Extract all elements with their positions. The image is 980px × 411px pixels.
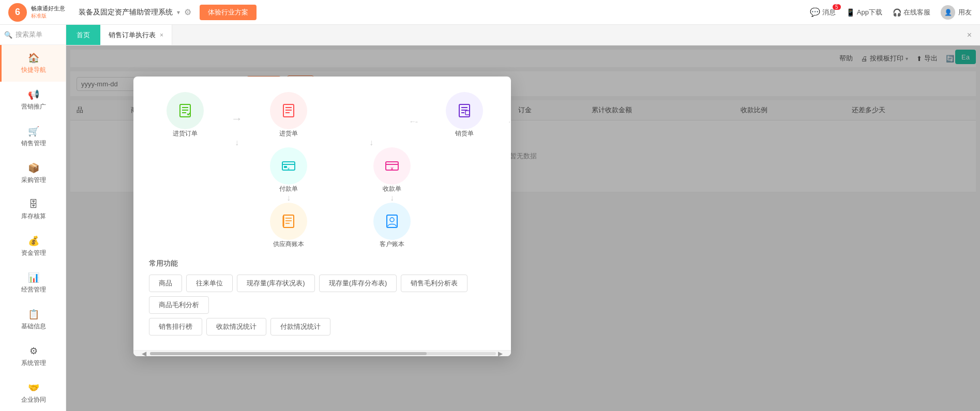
scroll-left-arrow[interactable]: ◀ bbox=[142, 350, 150, 357]
receipt-bill-label: 收款单 bbox=[383, 185, 401, 193]
sidebar-item-quick-nav[interactable]: 🏠 快捷导航 bbox=[0, 45, 66, 82]
common-funcs-title: 常用功能 bbox=[149, 259, 495, 268]
tab-content: 帮助 🖨 按模板打印 ▾ ⬆ 导出 🔄 bbox=[66, 45, 980, 411]
avatar: 👤 bbox=[941, 5, 955, 20]
supplier-ledger-label: 供应商账本 bbox=[273, 240, 304, 249]
sidebar-item-label-basic: 基础信息 bbox=[21, 322, 46, 331]
purchase-bill-icon bbox=[270, 92, 307, 129]
scroll-thumb[interactable] bbox=[150, 352, 427, 355]
tab-sales-order[interactable]: 销售订单执行表 × bbox=[100, 25, 172, 45]
sidebar-item-label-sales: 销售管理 bbox=[21, 139, 46, 148]
quick-nav-icon: 🏠 bbox=[28, 52, 39, 64]
purchase-bill-label: 进货单 bbox=[279, 129, 298, 138]
trial-btn[interactable]: 体验行业方案 bbox=[200, 5, 257, 20]
arrow-down-purchase: ↓ bbox=[221, 138, 252, 147]
sidebar-item-purchase[interactable]: 📦 采购管理 bbox=[0, 155, 66, 192]
node-payment-bill[interactable]: ¥ 付款单 bbox=[252, 147, 325, 193]
svg-rect-19 bbox=[284, 166, 287, 168]
func-buttons-row-2: 销售排行榜 收款情况统计 付款情况统计 bbox=[149, 318, 495, 336]
func-btn-sales-margin[interactable]: 销售毛利分析表 bbox=[401, 275, 468, 292]
online-service-btn[interactable]: 🎧 在线客服 bbox=[893, 8, 930, 17]
sidebar-item-label-inventory: 库存核算 bbox=[21, 212, 46, 221]
logo-icon: 6 bbox=[8, 3, 27, 22]
arrow-down-receipt: ↓ bbox=[356, 193, 428, 203]
func-btn-product-margin[interactable]: 商品毛利分析 bbox=[149, 296, 209, 314]
purchase-order-label: 进货订单 bbox=[173, 129, 198, 138]
sidebar-item-label-finance: 资金管理 bbox=[21, 249, 46, 257]
modal-scrollbar: ◀ ▶ bbox=[133, 350, 511, 356]
customer-ledger-label: 客户账本 bbox=[380, 240, 404, 249]
system-icon: ⚙ bbox=[29, 345, 38, 357]
user-menu[interactable]: 👤 用友 bbox=[941, 5, 972, 20]
scroll-right-arrow[interactable]: ▶ bbox=[498, 350, 503, 357]
svg-rect-25 bbox=[282, 216, 284, 226]
sidebar-item-inventory[interactable]: 🗄 库存核算 bbox=[0, 192, 66, 228]
node-supplier-ledger[interactable]: 供应商账本 bbox=[252, 203, 325, 249]
common-funcs-section: 常用功能 商品 往来单位 现存量(库存状况表) 现存量(库存分布表) 销售毛利分… bbox=[149, 259, 495, 336]
sidebar-item-label-marketing: 营销推广 bbox=[21, 102, 46, 111]
func-btn-sales-rank[interactable]: 销售排行榜 bbox=[149, 318, 202, 336]
node-sales-bill[interactable]: 销货单 bbox=[428, 92, 501, 138]
close-all-tabs[interactable]: × bbox=[959, 25, 980, 45]
payment-bill-label: 付款单 bbox=[279, 185, 298, 193]
svg-text:¥: ¥ bbox=[288, 167, 290, 171]
tab-bar: 首页 销售订单执行表 × × bbox=[66, 25, 980, 45]
svg-rect-12 bbox=[465, 111, 470, 115]
system-title: 装备及固定资产辅助管理系统 bbox=[79, 8, 173, 17]
logo-area: 6 畅康通好生意 标准版 bbox=[8, 3, 74, 22]
func-btn-stock-dist[interactable]: 现存量(库存分布表) bbox=[319, 275, 397, 292]
scroll-track[interactable] bbox=[150, 352, 496, 355]
func-btn-related-unit[interactable]: 往来单位 bbox=[186, 275, 233, 292]
modal-body: 进货订单 → 进货单 bbox=[133, 77, 511, 350]
sidebar-item-operations[interactable]: 📊 经营管理 bbox=[0, 265, 66, 301]
func-btn-payment-stats[interactable]: 付款情况统计 bbox=[270, 318, 330, 336]
sidebar-item-label-system: 系统管理 bbox=[21, 359, 46, 368]
sidebar-item-finance[interactable]: 💰 资金管理 bbox=[0, 228, 66, 265]
top-bar: 6 畅康通好生意 标准版 装备及固定资产辅助管理系统 ▾ ⚙ 体验行业方案 💬 … bbox=[0, 0, 980, 25]
node-purchase-bill[interactable]: 进货单 bbox=[252, 92, 325, 138]
app-download-btn[interactable]: 📱 App下载 bbox=[846, 8, 882, 17]
sidebar-item-label-enterprise: 企业协同 bbox=[21, 395, 46, 404]
content-area: 首页 销售订单执行表 × × 帮助 🖨 bbox=[66, 25, 980, 411]
message-btn[interactable]: 💬 消息 5 bbox=[810, 7, 836, 17]
node-purchase-order[interactable]: 进货订单 bbox=[149, 92, 221, 138]
tab-home[interactable]: 首页 bbox=[66, 25, 100, 45]
func-btn-product[interactable]: 商品 bbox=[149, 275, 182, 292]
purchase-icon: 📦 bbox=[28, 162, 39, 174]
sales-bill-icon bbox=[446, 92, 483, 129]
modal-box: 进货订单 → 进货单 bbox=[133, 77, 511, 356]
arrow-down-sales: ↓ bbox=[356, 138, 387, 147]
svg-point-30 bbox=[390, 218, 394, 222]
node-customer-ledger[interactable]: 客户账本 bbox=[356, 203, 428, 249]
arrow-dashed-sales: ← · · bbox=[397, 117, 428, 138]
logo-text: 畅康通好生意 标准版 bbox=[31, 5, 65, 20]
arrow-dashed-sales-order: · · ← bbox=[501, 117, 511, 138]
sales-bill-label: 销货单 bbox=[455, 129, 474, 138]
sidebar-item-label-operations: 经营管理 bbox=[21, 285, 46, 294]
dropdown-arrow-icon[interactable]: ▾ bbox=[177, 9, 180, 16]
sidebar-item-enterprise[interactable]: 🤝 企业协同 bbox=[0, 375, 66, 411]
arrow-down-payment: ↓ bbox=[252, 193, 325, 203]
svg-rect-24 bbox=[283, 215, 294, 227]
sidebar-item-sales[interactable]: 🛒 销售管理 bbox=[0, 118, 66, 155]
func-buttons-row-1: 商品 往来单位 现存量(库存状况表) 现存量(库存分布表) 销售毛利分析表 商品… bbox=[149, 275, 495, 314]
sidebar: 🔍 搜索菜单 🏠 快捷导航 📢 营销推广 🛒 销售管理 📦 采购管理 bbox=[0, 25, 66, 411]
arrow-purchase-order-to-bill: → bbox=[221, 112, 252, 138]
sidebar-item-marketing[interactable]: 📢 营销推广 bbox=[0, 82, 66, 118]
sidebar-item-system[interactable]: ⚙ 系统管理 bbox=[0, 338, 66, 375]
sidebar-search[interactable]: 🔍 搜索菜单 bbox=[0, 25, 66, 45]
sidebar-item-label-quick-nav: 快捷导航 bbox=[21, 66, 46, 74]
modal-overlay: 进货订单 → 进货单 bbox=[66, 45, 980, 411]
sidebar-item-basic[interactable]: 📋 基础信息 bbox=[0, 301, 66, 338]
svg-text:¥: ¥ bbox=[390, 166, 394, 171]
node-receipt-bill[interactable]: ¥ 收款单 bbox=[356, 147, 428, 193]
supplier-ledger-icon bbox=[270, 203, 307, 240]
tab-close-icon[interactable]: × bbox=[160, 32, 163, 39]
gear-icon[interactable]: ⚙ bbox=[184, 7, 191, 17]
func-btn-receipt-stats[interactable]: 收款情况统计 bbox=[206, 318, 266, 336]
func-btn-stock-status[interactable]: 现存量(库存状况表) bbox=[237, 275, 315, 292]
receipt-bill-icon: ¥ bbox=[373, 147, 411, 185]
finance-icon: 💰 bbox=[28, 235, 39, 247]
marketing-icon: 📢 bbox=[28, 89, 39, 100]
customer-ledger-icon bbox=[373, 203, 411, 240]
